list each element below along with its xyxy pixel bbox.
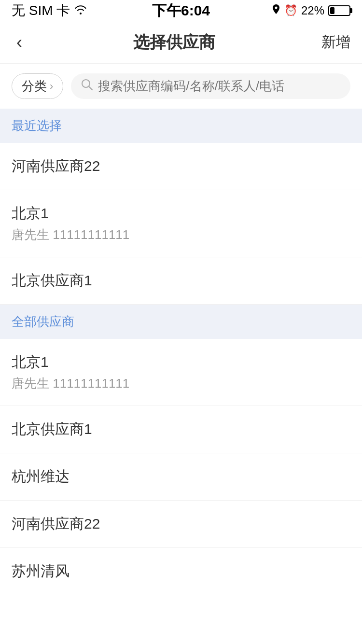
battery-icon	[328, 5, 350, 16]
item-name: 河南供应商22	[12, 514, 350, 534]
item-name: 北京供应商1	[12, 420, 350, 439]
item-name: 苏州清风	[12, 561, 350, 581]
list-item[interactable]: 北京供应商1	[0, 406, 362, 453]
recent-section-header: 最近选择	[0, 109, 362, 143]
chevron-icon: ›	[50, 80, 53, 93]
item-name: 杭州维达	[12, 467, 350, 487]
status-bar: 无 SIM 卡 下午6:04 ⏰ 22%	[0, 0, 362, 21]
svg-line-2	[89, 86, 92, 90]
list-item[interactable]: 河南供应商22	[0, 143, 362, 190]
item-sub: 唐先生 11111111111	[12, 375, 350, 392]
search-input[interactable]	[98, 79, 341, 94]
item-sub: 唐先生 11111111111	[12, 226, 350, 243]
alarm-icon: ⏰	[284, 4, 297, 17]
all-list: 北京1唐先生 11111111111北京供应商1杭州维达河南供应商22苏州清风	[0, 339, 362, 595]
item-name: 河南供应商22	[12, 156, 350, 176]
status-left: 无 SIM 卡	[12, 1, 87, 20]
list-item[interactable]: 杭州维达	[0, 453, 362, 501]
back-button[interactable]: ‹	[12, 28, 27, 57]
search-icon	[81, 78, 93, 94]
battery-percent: 22%	[301, 4, 324, 17]
recent-section-label: 最近选择	[12, 118, 62, 133]
nav-bar: ‹ 选择供应商 新增	[0, 21, 362, 64]
item-name: 北京1	[12, 204, 350, 224]
svg-point-0	[275, 6, 277, 9]
all-section-header: 全部供应商	[0, 305, 362, 339]
search-box[interactable]	[71, 73, 350, 99]
category-filter[interactable]: 分类 ›	[12, 73, 63, 99]
recent-list: 河南供应商22北京1唐先生 11111111111北京供应商1	[0, 143, 362, 305]
status-time: 下午6:04	[152, 1, 210, 21]
filter-bar: 分类 ›	[0, 64, 362, 109]
item-name: 北京供应商1	[12, 271, 350, 291]
status-right: ⏰ 22%	[272, 3, 350, 18]
location-icon	[272, 3, 280, 18]
all-section-label: 全部供应商	[12, 314, 74, 329]
wifi-icon	[74, 3, 87, 18]
list-item[interactable]: 北京1唐先生 11111111111	[0, 190, 362, 257]
item-name: 北京1	[12, 352, 350, 372]
no-sim-text: 无 SIM 卡	[12, 1, 70, 20]
list-item[interactable]: 北京供应商1	[0, 257, 362, 305]
list-item[interactable]: 苏州清风	[0, 548, 362, 595]
category-label: 分类	[22, 78, 47, 95]
list-item[interactable]: 北京1唐先生 11111111111	[0, 339, 362, 406]
add-button[interactable]: 新增	[321, 32, 350, 52]
list-item[interactable]: 河南供应商22	[0, 501, 362, 548]
page-title: 选择供应商	[133, 31, 215, 54]
